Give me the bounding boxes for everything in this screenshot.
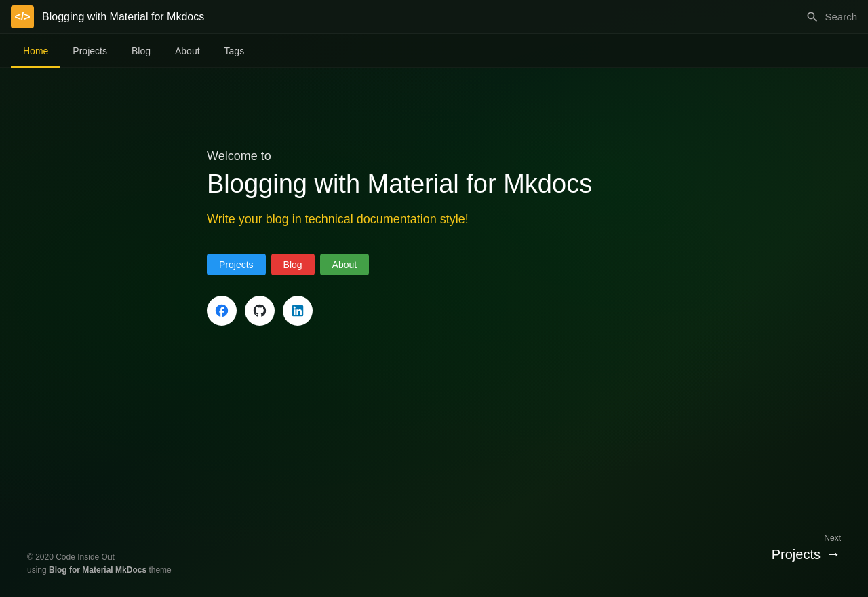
- nav-item-projects[interactable]: Projects: [60, 34, 119, 68]
- top-bar-left: </> Blogging with Material for Mkdocs: [11, 5, 204, 28]
- footer-nav: Next Projects →: [772, 533, 841, 563]
- nav-item-about[interactable]: About: [163, 34, 212, 68]
- nav-item-blog[interactable]: Blog: [119, 34, 163, 68]
- copyright-secondary: using Blog for Material MkDocs theme: [27, 564, 172, 577]
- top-bar: </> Blogging with Material for Mkdocs Se…: [0, 0, 868, 34]
- copyright-prefix: using: [27, 565, 49, 575]
- nav-bar: Home Projects Blog About Tags: [0, 34, 868, 68]
- logo-symbol: </>: [14, 11, 30, 23]
- search-label: Search: [825, 11, 857, 22]
- hero-section: Welcome to Blogging with Material for Mk…: [0, 68, 868, 326]
- btn-about[interactable]: About: [320, 254, 370, 275]
- next-page-link[interactable]: Projects →: [772, 545, 841, 563]
- copyright: © 2020 Code Inside Out using Blog for Ma…: [27, 551, 172, 577]
- social-facebook[interactable]: [207, 296, 237, 326]
- nav-item-home[interactable]: Home: [11, 34, 60, 68]
- arrow-right-icon: →: [826, 545, 841, 563]
- nav-item-tags[interactable]: Tags: [212, 34, 257, 68]
- social-icons: [207, 296, 868, 326]
- site-title: Blogging with Material for Mkdocs: [42, 11, 204, 23]
- linkedin-icon: [290, 303, 305, 318]
- btn-blog[interactable]: Blog: [271, 254, 315, 275]
- copyright-text: © 2020 Code Inside Out: [27, 551, 172, 564]
- btn-projects[interactable]: Projects: [207, 254, 266, 275]
- hero-title: Blogging with Material for Mkdocs: [207, 169, 868, 200]
- next-page-title: Projects: [772, 547, 821, 562]
- welcome-prefix: Welcome to: [207, 149, 868, 163]
- facebook-icon: [214, 303, 229, 318]
- social-github[interactable]: [245, 296, 275, 326]
- next-label: Next: [772, 533, 841, 543]
- cta-buttons: Projects Blog About: [207, 254, 868, 275]
- social-linkedin[interactable]: [283, 296, 313, 326]
- github-icon: [252, 303, 267, 318]
- copyright-suffix: theme: [149, 565, 171, 575]
- search-button[interactable]: Search: [806, 10, 857, 24]
- copyright-link[interactable]: Blog for Material MkDocs: [49, 565, 146, 575]
- search-icon: [806, 10, 819, 24]
- hero-subtitle: Write your blog in technical documentati…: [207, 212, 868, 227]
- logo-icon[interactable]: </>: [11, 5, 34, 28]
